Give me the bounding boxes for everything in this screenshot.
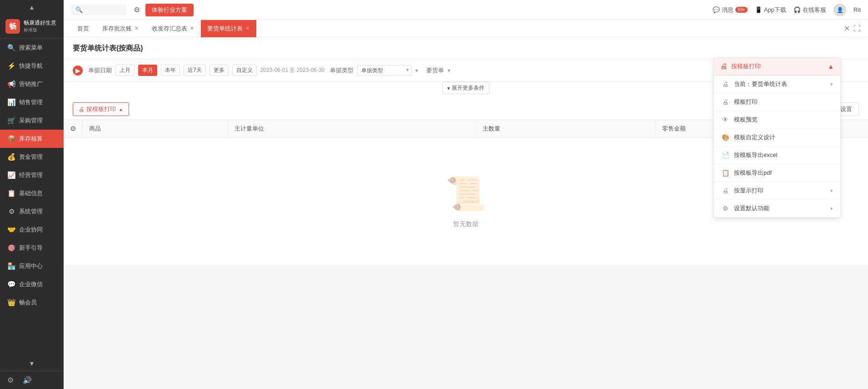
sidebar-item-inventory[interactable]: 📦 库存核算: [0, 130, 64, 148]
type-filter-section: 单据类型 单据类型 ▾: [330, 65, 421, 76]
dropdown-collapse-button[interactable]: ▲: [828, 63, 834, 70]
download-icon: 📱: [755, 6, 762, 13]
quick-nav-icon: ⚡: [7, 62, 15, 70]
basic-icon: 📋: [7, 189, 15, 197]
tab-home[interactable]: 首页: [71, 20, 96, 37]
system-icon: ⚙: [7, 207, 15, 216]
dropdown-current-template[interactable]: 🖨 当前：要货单统计表 ▾: [714, 76, 840, 93]
template-print-icon: 🖨: [721, 98, 729, 106]
message-badge: 99+: [735, 7, 748, 13]
tab-maximize-button[interactable]: ⛶: [853, 25, 861, 33]
sidebar-item-system[interactable]: ⚙ 系统管理: [0, 202, 64, 221]
sidebar-item-finance[interactable]: 💰 资金管理: [0, 148, 64, 166]
sidebar-item-appstore[interactable]: 🏪 应用中心: [0, 257, 64, 275]
dropdown-template-print[interactable]: 🖨 模板打印: [714, 93, 840, 111]
sidebar-nav: 🔍 搜索菜单 ⚡ 快捷导航 📢 营销推广 📊 销售管理 🛒 采购管理 📦 库存核…: [0, 39, 64, 356]
guide-icon: 🎯: [7, 244, 15, 252]
current-template-expand-icon: ▾: [830, 81, 833, 87]
sidebar-item-member[interactable]: 👑 畅会员: [0, 293, 64, 312]
export-excel-icon: 📄: [721, 152, 729, 159]
type-label: 单据类型: [330, 66, 354, 75]
messages-item[interactable]: 💬 消息 99+: [713, 6, 748, 14]
logo-icon: 畅: [5, 19, 20, 34]
sidebar-scroll-down[interactable]: ▼: [27, 358, 37, 369]
sidebar: ▲ 畅 畅康通好生意 标准版 🔍 搜索菜单 ⚡ 快捷导航 📢 营销推广 📊 销售…: [0, 0, 64, 389]
tabbar-right: ✕ ⛶: [844, 24, 861, 33]
operation-icon: 📈: [7, 171, 15, 179]
template-custom-icon: 🎨: [721, 134, 729, 141]
date-btn-custom[interactable]: 自定义: [232, 65, 257, 76]
sidebar-scroll-up[interactable]: ▲: [27, 2, 37, 13]
page-title: 要货单统计表(按商品): [73, 44, 859, 53]
sidebar-item-guide[interactable]: 🎯 新手引导: [0, 239, 64, 257]
filter-toggle-button[interactable]: ▶: [73, 66, 83, 76]
content-area: 要货单统计表(按商品) ▶ 单据日期 上月 本月 本年 近7天 更多 自定义 2…: [64, 37, 868, 389]
search-input[interactable]: [85, 7, 122, 13]
empty-state-icon: 📜: [445, 174, 486, 213]
tab-close-inventory-batch[interactable]: ✕: [135, 25, 139, 31]
sidebar-item-operation[interactable]: 📈 经营管理: [0, 166, 64, 184]
printer-icon: 🖨: [79, 106, 85, 113]
dropdown-set-default[interactable]: ⚙ 设置默认功能 ▾: [714, 200, 840, 217]
col-check: ⚙: [64, 120, 83, 138]
dropdown-export-pdf[interactable]: 📋 按模板导出pdf: [714, 164, 840, 182]
current-template-icon: 🖨: [721, 81, 729, 88]
display-print-expand-icon: ▾: [830, 188, 833, 194]
dropdown-header: 🖨 按模板打印 ▲: [714, 58, 840, 76]
sidebar-item-marketing[interactable]: 📢 营销推广: [0, 75, 64, 93]
expand-icon: ▾: [447, 85, 450, 91]
date-btn-this-year[interactable]: 本年: [161, 65, 180, 76]
sound-icon[interactable]: 🔊: [23, 376, 32, 384]
topbar-search-box[interactable]: 🔍: [71, 5, 126, 15]
marketing-icon: 📢: [7, 80, 15, 88]
trial-button[interactable]: 体验行业方案: [145, 4, 194, 16]
app-download-item[interactable]: 📱 App下载: [755, 6, 786, 14]
type-select[interactable]: 单据类型: [357, 65, 412, 76]
purchase-icon: 🛒: [7, 116, 15, 125]
dropdown-printer-icon: 🖨: [720, 62, 728, 71]
appstore-icon: 🏪: [7, 262, 15, 270]
tab-receipt-summary[interactable]: 收发存汇总表 ✕: [145, 20, 201, 37]
print-chevron-up-icon: ▲: [119, 107, 123, 112]
search-icon: 🔍: [75, 6, 83, 13]
column-settings-icon[interactable]: ⚙: [70, 125, 76, 132]
online-service-item[interactable]: 🎧 在线客服: [793, 6, 826, 14]
sidebar-item-enterprise[interactable]: 🤝 企业协同: [0, 221, 64, 239]
sidebar-item-wechat[interactable]: 💬 企业微信: [0, 275, 64, 293]
print-template-button[interactable]: 🖨 按模板打印 ▲: [73, 102, 129, 116]
dropdown-export-excel[interactable]: 📄 按模板导出excel: [714, 147, 840, 164]
dropdown-template-preview[interactable]: 👁 模板预览: [714, 111, 840, 129]
display-print-icon: 🖨: [721, 187, 729, 194]
tab-close-order-stats[interactable]: ✕: [245, 25, 249, 31]
date-btn-last-month[interactable]: 上月: [115, 65, 135, 76]
date-btn-more[interactable]: 更多: [210, 65, 229, 76]
date-btn-this-month[interactable]: 本月: [138, 65, 157, 76]
sidebar-item-basic[interactable]: 📋 基础信息: [0, 184, 64, 202]
dropdown-display-print[interactable]: 🖨 按显示打印 ▾: [714, 182, 840, 200]
type-select-wrapper: 单据类型: [357, 65, 412, 76]
topbar-gear-icon[interactable]: ⚙: [134, 5, 140, 14]
expand-filter-button[interactable]: ▾ 展开更多条件: [442, 82, 489, 94]
export-pdf-icon: 📋: [721, 169, 729, 177]
date-btn-7days[interactable]: 近7天: [184, 65, 206, 76]
tab-close-receipt-summary[interactable]: ✕: [190, 25, 194, 31]
template-preview-icon: 👁: [721, 116, 729, 123]
dropdown-template-custom[interactable]: 🎨 模板自定义设计: [714, 129, 840, 147]
sidebar-item-sales[interactable]: 📊 销售管理: [0, 93, 64, 111]
settings-icon[interactable]: ⚙: [7, 376, 14, 384]
tab-inventory-batch[interactable]: 库存批次账 ✕: [96, 20, 145, 37]
goods-filter-section: 要货单 ▾: [426, 66, 517, 75]
service-icon: 🎧: [793, 6, 801, 13]
topbar-right-area: 💬 消息 99+ 📱 App下载 🎧 在线客服 👤 Rit: [713, 4, 861, 16]
sidebar-item-search[interactable]: 🔍 搜索菜单: [0, 39, 64, 57]
dropdown-arrow-icon: ▾: [415, 67, 418, 74]
logo-sub: 标准版: [24, 27, 56, 33]
user-name: Rit: [853, 6, 861, 13]
sidebar-item-purchase[interactable]: 🛒 采购管理: [0, 111, 64, 130]
tab-close-window-button[interactable]: ✕: [844, 24, 850, 33]
enterprise-icon: 🤝: [7, 226, 15, 234]
member-icon: 👑: [7, 298, 15, 307]
sidebar-item-quick-nav[interactable]: ⚡ 快捷导航: [0, 57, 64, 75]
tab-order-stats[interactable]: 要货单统计表 ✕: [201, 20, 256, 37]
user-avatar[interactable]: 👤: [833, 4, 846, 16]
